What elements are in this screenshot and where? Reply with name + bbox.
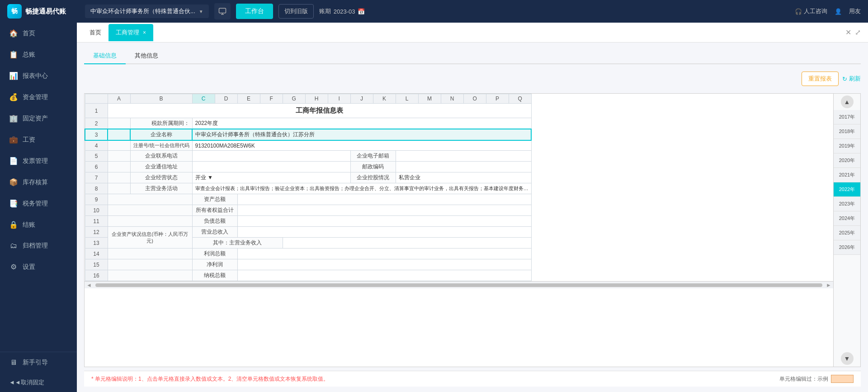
tab-close-icon[interactable]: × bbox=[143, 29, 146, 36]
sidebar-item-inventory[interactable]: 📦 库存核算 bbox=[0, 172, 77, 193]
col-J: J bbox=[350, 94, 373, 104]
col-O: O bbox=[463, 94, 486, 104]
cell-3c[interactable]: 中审众环会计师事务所（特殊普通合伙）江苏分所 bbox=[192, 129, 531, 140]
expand-icon[interactable]: ⤢ bbox=[855, 28, 861, 37]
year-2026[interactable]: 2026年 bbox=[834, 240, 860, 255]
subtab-other[interactable]: 其他信息 bbox=[126, 48, 167, 64]
cell-8a bbox=[108, 183, 130, 194]
col-G: G bbox=[283, 94, 305, 104]
subtab-bar: 基础信息 其他信息 bbox=[84, 48, 861, 64]
cell-2c[interactable]: 2022年度 bbox=[192, 118, 531, 129]
refresh-button[interactable]: ↻ 刷新 bbox=[842, 75, 861, 83]
year-2022[interactable]: 2022年 bbox=[834, 182, 860, 197]
cell-14e[interactable] bbox=[237, 249, 531, 259]
col-B: B bbox=[130, 94, 192, 104]
title-cell[interactable]: 工商年报信息表 bbox=[108, 104, 531, 118]
close-window-icon[interactable]: ✕ bbox=[845, 28, 851, 37]
year-2019[interactable]: 2019年 bbox=[834, 139, 860, 153]
cell-11e[interactable] bbox=[237, 216, 531, 227]
subtab-basic[interactable]: 基础信息 bbox=[84, 48, 126, 64]
sidebar-item-home[interactable]: 🏠 首页 bbox=[0, 23, 77, 44]
cell-5c[interactable] bbox=[192, 151, 350, 162]
year-down-arrow[interactable]: ▼ bbox=[841, 352, 854, 365]
table-row: 15 净利润 bbox=[85, 259, 531, 270]
cell-11c: 负债总额 bbox=[192, 216, 237, 227]
logo-icon: 畅 bbox=[7, 4, 22, 19]
cell-3b: 企业名称 bbox=[130, 129, 192, 140]
salary-icon: 💼 bbox=[9, 135, 18, 144]
row-num-6: 6 bbox=[85, 162, 108, 172]
sidebar-label-ledger: 总账 bbox=[23, 51, 35, 59]
sidebar-item-invoice[interactable]: 📄 发票管理 bbox=[0, 150, 77, 172]
close-account-icon: 🔒 bbox=[9, 220, 18, 229]
help-button[interactable]: 🎧 人工咨询 bbox=[795, 7, 827, 15]
cell-3a bbox=[108, 129, 130, 140]
archive-icon: 🗂 bbox=[9, 242, 18, 250]
cell-16ab bbox=[108, 270, 192, 281]
year-2020[interactable]: 2020年 bbox=[834, 153, 860, 168]
year-2023[interactable]: 2023年 bbox=[834, 197, 860, 211]
cell-10e[interactable] bbox=[237, 205, 531, 216]
col-K: K bbox=[373, 94, 396, 104]
table-row: 4 注册号/统一社会信用代码 91320100MA208E5W6K bbox=[85, 140, 531, 151]
period-area: 账期 2023-03 📅 bbox=[319, 7, 365, 15]
logo-area: 畅 畅捷通易代账 bbox=[7, 4, 80, 19]
sidebar-label-salary: 工资 bbox=[23, 136, 35, 144]
tab-home[interactable]: 首页 bbox=[84, 24, 107, 41]
cell-7k[interactable]: 私营企业 bbox=[396, 172, 531, 183]
year-2024[interactable]: 2024年 bbox=[834, 211, 860, 226]
sidebar-item-close[interactable]: 🔒 结账 bbox=[0, 214, 77, 235]
calendar-icon[interactable]: 📅 bbox=[358, 8, 365, 15]
spreadsheet-table: A B C D E F G H I J K L M bbox=[85, 94, 532, 281]
sidebar-item-newuser[interactable]: 🖥 新手引导 bbox=[0, 352, 77, 373]
sidebar-bottom: 🖥 新手引导 ◄◄取消固定 bbox=[0, 352, 77, 392]
company-icon-btn[interactable] bbox=[214, 3, 231, 19]
cell-9e[interactable] bbox=[237, 194, 531, 205]
sidebar-item-ledger[interactable]: 📋 总账 bbox=[0, 44, 77, 65]
year-2025[interactable]: 2025年 bbox=[834, 226, 860, 240]
year-2018[interactable]: 2018年 bbox=[834, 124, 860, 139]
horizontal-scrollbar[interactable]: ◄ ► bbox=[85, 281, 833, 288]
cell-13e[interactable] bbox=[283, 238, 531, 249]
table-row: 6 企业通信地址 邮政编码 bbox=[85, 162, 531, 172]
sidebar-item-archive[interactable]: 🗂 归档管理 bbox=[0, 235, 77, 256]
sidebar-item-settings[interactable]: ⚙ 设置 bbox=[0, 256, 77, 277]
cell-6c[interactable] bbox=[192, 162, 350, 172]
cell-12e[interactable] bbox=[237, 227, 531, 238]
cell-2b: 税款所属期间： bbox=[130, 118, 192, 129]
cell-16e[interactable] bbox=[237, 270, 531, 281]
cell-5k[interactable] bbox=[396, 151, 531, 162]
app-name: 畅捷通易代账 bbox=[25, 7, 66, 16]
sidebar-item-salary[interactable]: 💼 工资 bbox=[0, 129, 77, 150]
settings-icon: ⚙ bbox=[9, 263, 18, 271]
year-2017[interactable]: 2017年 bbox=[834, 110, 860, 124]
workbench-button[interactable]: 工作台 bbox=[236, 4, 273, 19]
cell-4c[interactable]: 91320100MA208E5W6K bbox=[192, 140, 531, 151]
cell-7c[interactable]: 开业 ▼ bbox=[192, 172, 350, 183]
company-selector[interactable]: 中审众环会计师事务所（特殊普通合伙... ▼ bbox=[85, 5, 209, 18]
sidebar-unpin[interactable]: ◄◄取消固定 bbox=[0, 373, 77, 392]
cell-6k[interactable] bbox=[396, 162, 531, 172]
tab-gongshang[interactable]: 工商管理 × bbox=[108, 24, 153, 41]
sidebar-item-tax[interactable]: 📑 税务管理 bbox=[0, 193, 77, 214]
cell-15e[interactable] bbox=[237, 259, 531, 270]
bottom-bar: * 单元格编辑说明：1、点击单元格直接录入数值或文本。2、清空单元格数值或文本恢… bbox=[84, 371, 861, 387]
row-num-4: 4 bbox=[85, 140, 108, 151]
col-E: E bbox=[237, 94, 260, 104]
row-num-3: 3 bbox=[85, 129, 108, 140]
col-D: D bbox=[215, 94, 237, 104]
old-version-button[interactable]: 切到旧版 bbox=[278, 4, 314, 19]
col-F: F bbox=[260, 94, 283, 104]
scrollbar-thumb[interactable] bbox=[95, 283, 822, 287]
reset-report-button[interactable]: 重置报表 bbox=[802, 72, 839, 86]
sidebar-item-capital[interactable]: 💰 资金管理 bbox=[0, 86, 77, 108]
svg-rect-0 bbox=[219, 8, 226, 13]
year-2021[interactable]: 2021年 bbox=[834, 168, 860, 182]
example-label: 单元格编辑过：示例 bbox=[779, 375, 828, 383]
year-up-arrow[interactable]: ▲ bbox=[841, 96, 854, 108]
sidebar-item-report[interactable]: 📊 报表中心 bbox=[0, 65, 77, 86]
spreadsheet-wrapper: A B C D E F G H I J K L M bbox=[84, 93, 861, 367]
cell-8c[interactable]: 审查企业会计报表；出具审计报告；验证企业资本；出具验资报告；办理企业合开、分立、… bbox=[192, 183, 531, 194]
spreadsheet-main[interactable]: A B C D E F G H I J K L M bbox=[85, 94, 833, 367]
sidebar-item-fixed[interactable]: 🏢 固定资产 bbox=[0, 108, 77, 129]
